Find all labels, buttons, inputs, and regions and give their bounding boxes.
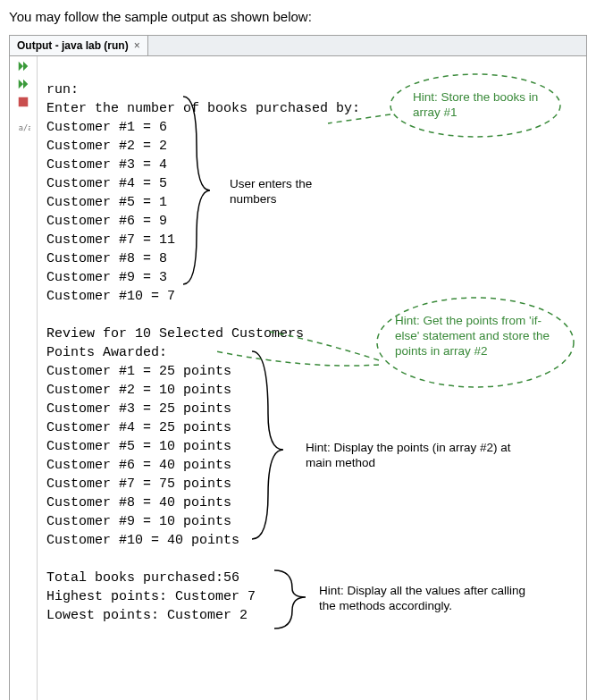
book-line: Customer #7 = 11 <box>46 232 175 248</box>
console-output: run: Enter the number of books purchased… <box>38 56 586 700</box>
run-icon[interactable] <box>16 60 30 72</box>
points-line: Customer #4 = 25 points <box>46 420 231 435</box>
book-line: Customer #9 = 3 <box>46 270 167 285</box>
hint-2: Hint: Get the points from 'if-else' stat… <box>395 314 560 359</box>
wrap-icon[interactable]: a/a <box>16 121 30 133</box>
points-line: Customer #9 = 10 points <box>46 514 231 529</box>
book-line: Customer #6 = 9 <box>46 214 167 229</box>
stop-icon[interactable] <box>16 96 30 108</box>
hint-3: Hint: Display the points (in array #2) a… <box>306 441 529 471</box>
highest-line: Highest points: Customer 7 <box>46 589 256 604</box>
intro-text: You may follow the sample output as show… <box>9 9 587 24</box>
points-line: Customer #1 = 25 points <box>46 364 231 379</box>
points-line: Customer #5 = 10 points <box>46 439 231 454</box>
points-line: Customer #8 = 40 points <box>46 495 231 510</box>
points-line: Customer #7 = 75 points <box>46 477 231 492</box>
points-line: Customer #2 = 10 points <box>46 383 231 398</box>
prompt-line: Enter the number of books purchased by: <box>46 101 360 116</box>
user-enters-label: User enters the numbers <box>230 177 337 207</box>
lowest-line: Lowest points: Customer 2 <box>46 608 248 623</box>
run-icon[interactable] <box>16 78 30 90</box>
tab-bar: Output - java lab (run) × <box>10 36 586 56</box>
points-line: Customer #6 = 40 points <box>46 458 231 473</box>
book-line: Customer #5 = 1 <box>46 195 167 210</box>
tab-title: Output - java lab (run) <box>17 39 129 52</box>
hint-4: Hint: Display all the values after calli… <box>319 584 533 614</box>
book-line: Customer #8 = 8 <box>46 251 167 266</box>
gutter: a/a <box>10 56 38 700</box>
hint-1: Hint: Store the books in array #1 <box>413 90 542 121</box>
review-header: Review for 10 Selected Customers <box>46 326 304 342</box>
book-line: Customer #3 = 4 <box>46 157 167 173</box>
run-label: run: <box>46 82 79 97</box>
close-icon[interactable]: × <box>134 39 140 52</box>
ide-output-window: Output - java lab (run) × a/a run: Enter… <box>9 35 587 700</box>
svg-rect-0 <box>19 97 29 107</box>
svg-text:a/a: a/a <box>19 123 30 132</box>
points-line: Customer #3 = 25 points <box>46 401 231 417</box>
total-line: Total books purchased:56 <box>46 570 239 586</box>
book-line: Customer #1 = 6 <box>46 120 167 135</box>
book-line: Customer #10 = 7 <box>46 289 175 304</box>
book-line: Customer #4 = 5 <box>46 176 167 191</box>
points-line: Customer #10 = 40 points <box>46 533 239 548</box>
points-header: Points Awarded: <box>46 345 167 360</box>
output-tab[interactable]: Output - java lab (run) × <box>10 36 148 55</box>
book-line: Customer #2 = 2 <box>46 139 167 154</box>
